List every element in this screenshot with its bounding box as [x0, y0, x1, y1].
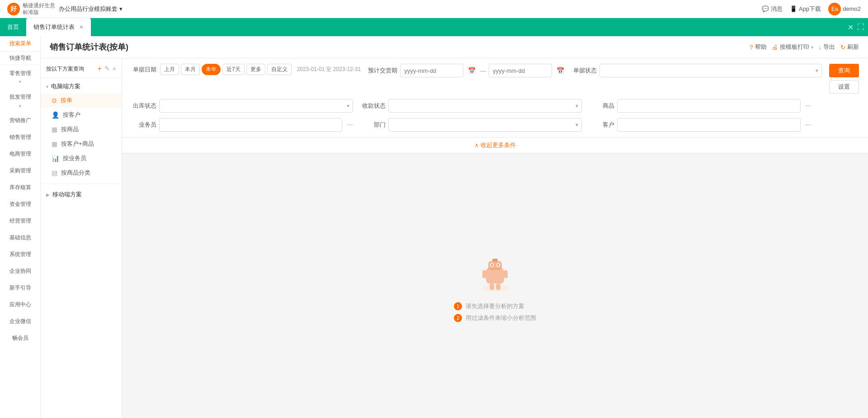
- empty-tips: 1 请先选择要分析的方案 2 用过滤条件来缩小分析范围: [454, 302, 536, 322]
- query-button[interactable]: 查询: [829, 64, 859, 77]
- sidebar-item-ops[interactable]: 经营管理: [0, 213, 40, 229]
- sidebar-item-marketing[interactable]: 营销推广: [0, 112, 40, 129]
- sidebar-item-ecommerce[interactable]: 电商管理: [0, 146, 40, 162]
- export-button[interactable]: ↓ 导出: [819, 43, 835, 51]
- tab-expand-icon[interactable]: ⛶: [857, 23, 864, 31]
- empty-illustration: [472, 250, 518, 295]
- radio-icon: ⊙: [52, 97, 57, 104]
- sidebar-item-app-center[interactable]: 应用中心: [0, 296, 40, 313]
- inner-layout: 按以下方案查询 + ✎ « ▾ 电脑端方案 ⊙ 按单: [41, 58, 868, 418]
- scheme-item-by-customer[interactable]: 👤 按客户: [41, 108, 122, 122]
- doc-status-label: 单据状态: [573, 66, 597, 75]
- payment-status-label: 收款状态: [360, 102, 386, 110]
- template-print-button[interactable]: 🖨 按模板打印 ▾: [772, 43, 813, 51]
- calendar-end-icon[interactable]: 📅: [557, 67, 564, 74]
- collapse-scheme-icon[interactable]: «: [113, 65, 116, 73]
- page-title: 销售订单统计表(按单): [50, 42, 128, 58]
- refresh-button[interactable]: ↻ 刷新: [840, 43, 859, 51]
- top-bar-left: 好 畅捷通好生意 标准版 办公用品行业模拟账套 ▾: [7, 2, 123, 15]
- svg-rect-8: [482, 270, 486, 278]
- scheme-section-mobile[interactable]: ▶ 移动端方案: [41, 188, 122, 201]
- sidebar-item-enterprise[interactable]: 企业协同: [0, 263, 40, 280]
- tab-bar-right: ✕ ⛶: [848, 23, 868, 32]
- expected-date-end[interactable]: [489, 64, 552, 77]
- sidebar-quick-nav[interactable]: 快捷导航: [0, 52, 40, 65]
- scheme-panel-header: 按以下方案查询 + ✎ «: [41, 62, 122, 76]
- sidebar-item-inventory[interactable]: 库存核算: [0, 179, 40, 196]
- date-btn-custom[interactable]: 自定义: [267, 64, 292, 75]
- dept-label: 部门: [360, 121, 386, 129]
- sidebar-search[interactable]: 搜索菜单: [0, 36, 40, 52]
- doc-status-select[interactable]: [599, 64, 822, 77]
- chart-icon: 📊: [52, 155, 59, 162]
- content-area: 销售订单统计表(按单) ? 帮助 🖨 按模板打印 ▾ ↓ 导出 ↻ 刷新: [41, 36, 868, 418]
- expected-date-start[interactable]: [400, 64, 463, 77]
- ship-status-select[interactable]: [159, 99, 353, 113]
- app-download-button[interactable]: 📱 App下载: [790, 5, 821, 13]
- salesperson-input[interactable]: [159, 118, 342, 132]
- tab-sales-order-stats[interactable]: 销售订单统计表 ✕: [26, 18, 91, 36]
- sidebar-item-basic[interactable]: 基础信息: [0, 229, 40, 246]
- sidebar-item-retail[interactable]: 零售管理 ▾: [0, 65, 40, 89]
- customer-more-icon[interactable]: ···: [805, 121, 811, 129]
- date-btn-last-month[interactable]: 上月: [160, 64, 179, 75]
- sidebar-item-purchase[interactable]: 采购管理: [0, 162, 40, 179]
- sidebar-item-wholesale[interactable]: 批发管理 ▴: [0, 89, 40, 112]
- date-btn-this-month[interactable]: 本月: [181, 64, 200, 75]
- date-btn-more[interactable]: 更多: [246, 64, 265, 75]
- sidebar-item-vip[interactable]: 畅会员: [0, 330, 40, 347]
- scheme-section-pc[interactable]: ▾ 电脑端方案: [41, 80, 122, 93]
- date-btn-last-7-days[interactable]: 近7天: [222, 64, 245, 75]
- salesperson-label: 业务员: [131, 121, 156, 129]
- tip-num-2: 2: [454, 314, 462, 322]
- product-input[interactable]: [617, 99, 800, 113]
- scheme-item-by-order[interactable]: ⊙ 按单: [41, 93, 122, 108]
- sidebar-item-finance[interactable]: 资金管理: [0, 196, 40, 213]
- sidebar-item-system[interactable]: 系统管理: [0, 246, 40, 263]
- salesperson-more-icon[interactable]: ···: [347, 121, 353, 129]
- scheme-item-by-salesperson[interactable]: 📊 按业务员: [41, 151, 122, 166]
- sidebar: 搜索菜单 快捷导航 零售管理 ▾ 批发管理 ▴ 营销推广 销售管理 电商管理 采…: [0, 36, 41, 418]
- right-panel: 单据日期 上月 本月 本年 近7天 更多 自定义 2023-01-01 至 20…: [122, 58, 868, 418]
- page-header-actions: ? 帮助 🖨 按模板打印 ▾ ↓ 导出 ↻ 刷新: [750, 43, 859, 57]
- chevron-up-icon: ▴: [19, 103, 21, 108]
- settings-button[interactable]: 设置: [829, 80, 859, 94]
- customer-input[interactable]: [617, 118, 800, 132]
- app-selector[interactable]: 办公用品行业模拟账套 ▾: [59, 5, 123, 13]
- tab-close-icon[interactable]: ✕: [79, 24, 84, 30]
- user-menu[interactable]: Ea demo2: [828, 3, 861, 15]
- date-btn-this-year[interactable]: 本年: [202, 64, 221, 75]
- page-header: 销售订单统计表(按单) ? 帮助 🖨 按模板打印 ▾ ↓ 导出 ↻ 刷新: [41, 36, 868, 58]
- filter-actions: 查询 设置: [829, 64, 859, 94]
- tip-num-1: 1: [454, 302, 462, 310]
- dept-select[interactable]: [388, 118, 582, 132]
- sidebar-item-newbie[interactable]: 新手引导: [0, 280, 40, 296]
- svg-point-0: [481, 285, 509, 292]
- add-scheme-icon[interactable]: +: [98, 65, 102, 73]
- calendar-start-icon[interactable]: 📅: [468, 67, 476, 74]
- logo-area: 好 畅捷通好生意 标准版: [7, 2, 55, 15]
- payment-status-select[interactable]: [388, 99, 582, 113]
- logo-text: 畅捷通好生意 标准版: [23, 2, 55, 15]
- messages-button[interactable]: 💬 消息: [762, 5, 783, 13]
- scheme-item-by-customer-product[interactable]: ▦ 按客户+商品: [41, 137, 122, 151]
- tab-home[interactable]: 首页: [0, 18, 26, 36]
- scheme-item-by-category[interactable]: ▤ 按商品分类: [41, 166, 122, 180]
- collapse-bar[interactable]: ∧ 收起更多条件: [122, 138, 868, 153]
- avatar: Ea: [828, 3, 841, 15]
- chevron-down-icon: ▾: [46, 84, 48, 89]
- product2-icon: ▦: [52, 140, 57, 147]
- svg-rect-7: [492, 259, 498, 261]
- scheme-item-by-product[interactable]: ▦ 按商品: [41, 122, 122, 137]
- tab-bar: 首页 销售订单统计表 ✕ ✕ ⛶: [0, 18, 868, 36]
- filter-area: 单据日期 上月 本月 本年 近7天 更多 自定义 2023-01-01 至 20…: [122, 58, 868, 138]
- sidebar-item-corp-wechat[interactable]: 企业微信: [0, 313, 40, 330]
- tab-close-all-icon[interactable]: ✕: [848, 23, 854, 32]
- svg-rect-9: [504, 270, 508, 278]
- top-bar: 好 畅捷通好生意 标准版 办公用品行业模拟账套 ▾ 💬 消息 📱 App下载 E…: [0, 0, 868, 18]
- print-icon: 🖨: [772, 44, 778, 51]
- product-more-icon[interactable]: ···: [805, 102, 811, 110]
- help-button[interactable]: ? 帮助: [750, 43, 766, 51]
- sidebar-item-sales[interactable]: 销售管理: [0, 129, 40, 146]
- edit-scheme-icon[interactable]: ✎: [104, 65, 110, 73]
